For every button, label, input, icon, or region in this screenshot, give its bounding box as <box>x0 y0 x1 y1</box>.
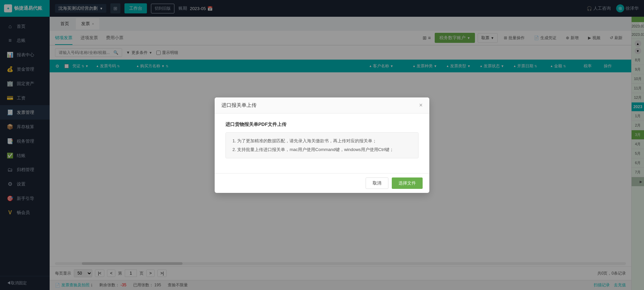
import-modal: 进口报关单上传 × 进口货物报关单PDF文件上传 1. 为了更加精准的数据匹配，… <box>215 97 429 193</box>
select-file-button[interactable]: 选择文件 <box>392 177 423 189</box>
modal-info-text-1: 1. 为了更加精准的数据匹配，请先录入海关缴款书，再上传对应的报关单； <box>232 138 377 144</box>
modal-info-text-2: 2. 支持批量上传进口报关单，mac用户使用Command键，windows用户… <box>232 147 394 153</box>
modal-title: 进口报关单上传 <box>221 102 257 108</box>
cancel-button[interactable]: 取消 <box>366 177 388 189</box>
modal-overlay[interactable]: 进口报关单上传 × 进口货物报关单PDF文件上传 1. 为了更加精准的数据匹配，… <box>0 0 644 290</box>
modal-info-box: 1. 为了更加精准的数据匹配，请先录入海关缴款书，再上传对应的报关单； 2. 支… <box>225 132 419 158</box>
modal-header: 进口报关单上传 × <box>215 97 429 114</box>
modal-footer: 取消 选择文件 <box>215 173 429 193</box>
modal-section-title: 进口货物报关单PDF文件上传 <box>225 122 419 128</box>
modal-info-item-2: 2. 支持批量上传进口报关单，mac用户使用Command键，windows用户… <box>232 147 412 153</box>
modal-body: 进口货物报关单PDF文件上传 1. 为了更加精准的数据匹配，请先录入海关缴款书，… <box>215 114 429 173</box>
modal-close-btn[interactable]: × <box>419 102 423 108</box>
modal-info-item-1: 1. 为了更加精准的数据匹配，请先录入海关缴款书，再上传对应的报关单； <box>232 138 412 144</box>
